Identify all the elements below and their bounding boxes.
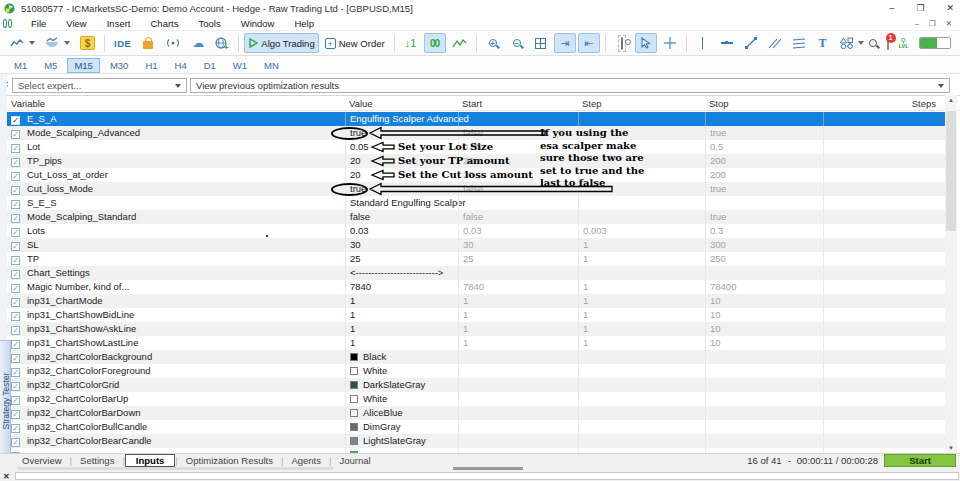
- community-button[interactable]: +: [211, 33, 233, 53]
- column-header-step[interactable]: Step: [582, 98, 602, 109]
- lines-button[interactable]: [788, 33, 810, 53]
- search-button[interactable]: [869, 39, 877, 47]
- table-row[interactable]: ✓E_S_AEngulfing Scalper Advanced: [7, 112, 945, 126]
- timeframe-m1[interactable]: M1: [7, 58, 34, 73]
- table-row[interactable]: ✓inp32_ChartColorBearCandleLightSlateGra…: [7, 434, 945, 448]
- row-checkbox[interactable]: ✓: [11, 326, 20, 335]
- timeframe-m5[interactable]: M5: [37, 58, 64, 73]
- menu-item-tools[interactable]: Tools: [188, 18, 230, 29]
- column-header-value[interactable]: Value: [349, 98, 373, 109]
- horizontal-line-button[interactable]: [716, 33, 738, 53]
- table-row[interactable]: ✓inp31_ChartShowBidLine11110: [7, 308, 945, 322]
- channel-button[interactable]: [764, 33, 786, 53]
- deposit-button[interactable]: $: [76, 33, 99, 53]
- results-view-combobox[interactable]: View previous optimization results: [190, 78, 950, 93]
- line-chart-button[interactable]: [448, 33, 471, 53]
- table-row[interactable]: ✓inp32_ChartColorBullCandleDimGray: [7, 420, 945, 434]
- text-tool-button[interactable]: T: [812, 33, 834, 53]
- table-row[interactable]: ✓SL30301300: [7, 238, 945, 252]
- table-row[interactable]: ✓Chart_Settings<------------------------…: [7, 266, 945, 280]
- auto-scroll-button[interactable]: ⇤: [578, 33, 600, 53]
- column-header-start[interactable]: Start: [462, 98, 482, 109]
- start-button[interactable]: Start: [884, 454, 956, 467]
- expert-select-combobox[interactable]: Select expert...: [12, 78, 187, 93]
- trendline-button[interactable]: [740, 33, 762, 53]
- tab-agents[interactable]: Agents: [283, 455, 329, 466]
- vertical-line-button[interactable]: [692, 33, 714, 53]
- table-row[interactable]: ✓inp32_ChartColorBackgroundBlack: [7, 350, 945, 364]
- row-checkbox[interactable]: ✓: [11, 130, 20, 139]
- row-checkbox[interactable]: ✓: [11, 242, 20, 251]
- column-header-stop[interactable]: Stop: [709, 98, 729, 109]
- table-row[interactable]: ✓Magic Number, kind of...78407840178400: [7, 280, 945, 294]
- bar-chart-button[interactable]: 00: [424, 33, 446, 53]
- tab-inputs[interactable]: Inputs: [125, 454, 176, 467]
- row-checkbox[interactable]: ✓: [11, 200, 20, 209]
- table-row[interactable]: ✓inp32_ChartColorGridDarkSlateGray: [7, 378, 945, 392]
- timeframe-m30[interactable]: M30: [103, 58, 135, 73]
- table-row[interactable]: ✓inp32_ChartColorForegroundWhite: [7, 364, 945, 378]
- row-checkbox[interactable]: ✓: [11, 340, 20, 349]
- table-row[interactable]: ✓S_E_SStandard Engulfing Scalper: [7, 196, 945, 210]
- row-checkbox[interactable]: ✓: [11, 438, 20, 447]
- table-row[interactable]: ✓Lots0.030.030.0030.3: [7, 224, 945, 238]
- mdi-restore-button[interactable]: ❐: [929, 19, 936, 28]
- row-checkbox[interactable]: ✓: [11, 298, 20, 307]
- hscroll-track[interactable]: [18, 467, 333, 470]
- table-row[interactable]: ✓Cut_Loss_at_order2020200: [7, 168, 945, 182]
- timeframe-mn[interactable]: MN: [257, 58, 286, 73]
- new-order-button[interactable]: + New Order: [321, 33, 389, 53]
- hscroll-thumb[interactable]: [453, 467, 523, 470]
- row-checkbox[interactable]: ✓: [11, 410, 20, 419]
- table-row[interactable]: ✓Mode_Scalping_Standardfalsefalsetrue: [7, 210, 945, 224]
- quotes-panel-button[interactable]: [41, 33, 74, 53]
- column-header-variable[interactable]: Variable: [11, 98, 45, 109]
- table-row[interactable]: ✓Lot0.050.050.5: [7, 140, 945, 154]
- row-checkbox[interactable]: ✓: [11, 186, 20, 195]
- table-row[interactable]: ✓inp31_ChartShowAskLine11110: [7, 322, 945, 336]
- menu-item-window[interactable]: Window: [231, 18, 285, 29]
- mdi-close-button[interactable]: ✕: [946, 19, 952, 28]
- scroll-down-icon[interactable]: ▼: [945, 445, 957, 451]
- zoom-out-button[interactable]: −: [506, 33, 528, 53]
- tab-settings[interactable]: Settings: [72, 455, 122, 466]
- ide-button[interactable]: IDE: [110, 33, 135, 53]
- algo-trading-button[interactable]: Algo Trading: [244, 33, 318, 53]
- tick-chart-button[interactable]: ↓1: [400, 33, 422, 53]
- chart-shift-button[interactable]: ⇥: [554, 33, 576, 53]
- tab-journal[interactable]: Journal: [331, 455, 378, 466]
- row-checkbox[interactable]: ✓: [11, 284, 20, 293]
- row-checkbox[interactable]: ✓: [11, 256, 20, 265]
- timeframe-m15[interactable]: M15: [67, 58, 99, 73]
- row-checkbox[interactable]: ✓: [11, 228, 20, 237]
- cursor-button[interactable]: [635, 33, 657, 53]
- vertical-scrollbar[interactable]: ▲ ▼: [945, 95, 957, 453]
- toolbox-close-icon[interactable]: ✕: [3, 472, 10, 481]
- table-row[interactable]: ✓TP25251250: [7, 252, 945, 266]
- table-row[interactable]: ✓TP_pips2020200: [7, 154, 945, 168]
- row-checkbox[interactable]: ✓: [11, 144, 20, 153]
- crosshair-button[interactable]: [659, 33, 681, 53]
- menu-item-charts[interactable]: Charts: [141, 18, 189, 29]
- timeframe-w1[interactable]: W1: [226, 58, 254, 73]
- table-row[interactable]: ✓inp32_ChartColorBarDownAliceBlue: [7, 406, 945, 420]
- column-header-steps[interactable]: Steps: [912, 98, 936, 109]
- restore-button[interactable]: ❐: [916, 3, 924, 13]
- tile-windows-button[interactable]: [530, 33, 552, 53]
- row-checkbox[interactable]: ✓: [11, 214, 20, 223]
- row-checkbox[interactable]: ✓: [11, 116, 20, 125]
- table-row[interactable]: ✓Mode_Scalping_Advancedtruefalsetrue: [7, 126, 945, 140]
- timeframe-h1[interactable]: H1: [138, 58, 164, 73]
- scrollbar-thumb[interactable]: [946, 111, 956, 231]
- tab-optimization-results[interactable]: Optimization Results: [178, 455, 281, 466]
- menu-item-file[interactable]: File: [21, 18, 56, 29]
- row-checkbox[interactable]: ✓: [11, 354, 20, 363]
- menu-item-view[interactable]: View: [56, 18, 96, 29]
- row-checkbox[interactable]: ✓: [11, 368, 20, 377]
- row-checkbox[interactable]: ✓: [11, 424, 20, 433]
- table-row[interactable]: ✓inp31_ChartShowLastLine11110: [7, 336, 945, 350]
- lock-button[interactable]: [137, 33, 159, 53]
- row-checkbox[interactable]: ✓: [11, 158, 20, 167]
- notifications-button[interactable]: 1: [887, 38, 889, 49]
- shapes-button[interactable]: [836, 33, 868, 53]
